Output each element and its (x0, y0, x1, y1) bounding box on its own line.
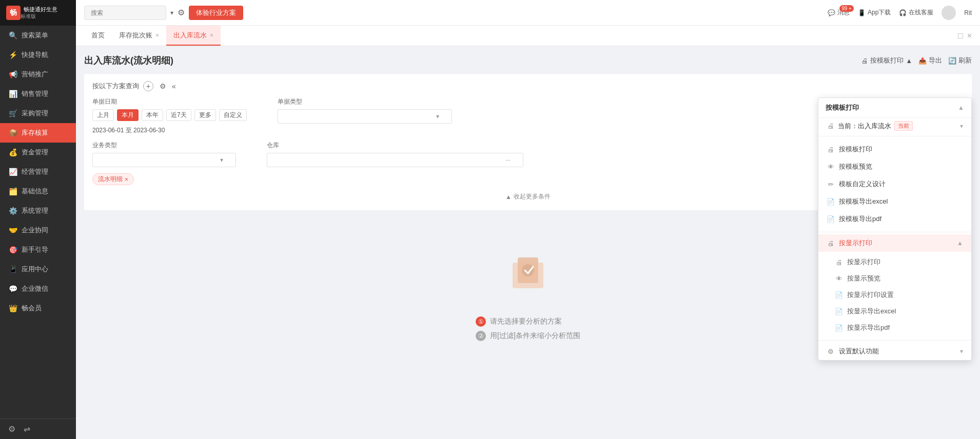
sidebar-icon-cooperation: 🤝 (8, 226, 17, 235)
business-dropdown-icon: ▾ (220, 156, 223, 164)
dp-header-left: 🖨 按显示打印 (827, 238, 872, 248)
export-icon: 📤 (918, 57, 927, 65)
current-expand-arrow[interactable]: ▾ (960, 123, 963, 130)
dp-preview-label: 按显示预览 (847, 274, 880, 283)
print-dropdown-btn[interactable]: 🖨 按模板打印 ▲ (861, 56, 912, 65)
sidebar-item-operations[interactable]: 📈 经营管理 (0, 162, 76, 182)
search-dropdown-btn[interactable]: ▾ (170, 9, 173, 16)
dp-print-icon: 🖨 (835, 258, 843, 266)
sidebar-item-search[interactable]: 🔍 搜索菜单 (0, 26, 76, 45)
template-customize-btn[interactable]: ✏ 模板自定义设计 (818, 175, 971, 193)
date-btn-custom[interactable]: 自定义 (219, 109, 247, 121)
tabs-right: □ × (958, 31, 972, 41)
display-print-section-header[interactable]: 🖨 按显示打印 ▲ (818, 234, 971, 252)
avatar[interactable] (942, 6, 956, 20)
sidebar-item-member[interactable]: 👑 畅会员 (0, 298, 76, 318)
default-function-header[interactable]: ⚙ 设置默认功能 ▾ (818, 343, 971, 360)
tag-close-icon[interactable]: × (125, 176, 128, 183)
app-download-btn[interactable]: 📱 App下载 (858, 8, 891, 17)
filter-tag-item[interactable]: 流水明细 × (92, 173, 134, 185)
sidebar-item-apps[interactable]: 📱 应用中心 (0, 260, 76, 279)
df-arrow[interactable]: ▾ (960, 348, 963, 355)
sidebar-label-search: 搜索菜单 (22, 31, 48, 40)
sidebar-label-cooperation: 企业协同 (22, 226, 48, 235)
sidebar-item-sales[interactable]: 📊 销售管理 (0, 84, 76, 104)
business-type-select[interactable]: ▾ (92, 153, 236, 167)
tab-label-home: 首页 (91, 31, 105, 40)
tab-close-inventory-batch[interactable]: × (155, 32, 159, 39)
dp-expand-arrow[interactable]: ▲ (957, 240, 963, 247)
tab-inventory-batch[interactable]: 库存批次账× (112, 26, 166, 46)
sidebar-item-inventory[interactable]: 📦 库存核算 (0, 123, 76, 143)
sidebar-icon-operations: 📈 (8, 167, 17, 176)
warehouse-more-icon[interactable]: ··· (505, 156, 511, 164)
sidebar-icon-system: ⚙️ (8, 206, 17, 215)
sidebar-icon-marketing: 📢 (8, 70, 17, 79)
sidebar-icon-apps: 📱 (8, 265, 17, 274)
display-export-pdf-btn[interactable]: 📄 按显示导出pdf (818, 320, 971, 336)
tp-preview-icon: 👁 (827, 163, 835, 171)
display-preview-btn[interactable]: 👁 按显示预览 (818, 270, 971, 287)
date-btn-more[interactable]: 更多 (194, 109, 216, 121)
filter-header: 按以下方案查询 + ⚙ « (92, 81, 964, 91)
date-range-label: 2023-06-01 至 2023-06-30 (92, 126, 247, 135)
collapse-icon[interactable]: ⇌ (24, 424, 30, 434)
filter-settings-btn[interactable]: ⚙ (158, 81, 168, 91)
dp-settings-label: 按显示打印设置 (847, 290, 894, 300)
date-btn-this_month[interactable]: 本月 (117, 109, 139, 121)
tab-inout-flow[interactable]: 出入库流水× (166, 26, 221, 46)
template-preview-btn[interactable]: 👁 按模板预览 (818, 158, 971, 175)
date-btn-last7[interactable]: 近7天 (166, 109, 191, 121)
display-print-settings-btn[interactable]: 📄 按显示打印设置 (818, 287, 971, 303)
refresh-btn[interactable]: 🔄 刷新 (948, 56, 972, 65)
sidebar-item-marketing[interactable]: 📢 营销推广 (0, 65, 76, 84)
filter-collapse-sidebar-btn[interactable]: « (172, 82, 176, 90)
sidebar-item-finance[interactable]: 💰 资金管理 (0, 143, 76, 162)
doctype-select[interactable]: ▾ (278, 109, 452, 124)
template-export-excel-btn[interactable]: 📄 按模板导出excel (818, 193, 971, 210)
export-btn[interactable]: 📤 导出 (918, 56, 942, 65)
current-indicator-left: 🖨 当前：出入库流水 当前 (827, 121, 913, 131)
collapse-up-icon: ▲ (505, 193, 512, 201)
sidebar-icon-purchase: 🛒 (8, 109, 17, 118)
doctype-dropdown-icon: ▾ (436, 113, 439, 120)
sidebar-label-purchase: 采购管理 (22, 109, 48, 118)
sidebar-item-wechat[interactable]: 💬 企业微信 (0, 279, 76, 298)
industry-btn[interactable]: 体验行业方案 (189, 6, 243, 20)
date-btn-last_month[interactable]: 上月 (92, 109, 114, 121)
search-input[interactable] (84, 6, 166, 20)
template-print-btn[interactable]: 🖨 按模板打印 (818, 141, 971, 158)
sidebar-item-purchase[interactable]: 🛒 采购管理 (0, 104, 76, 123)
warehouse-select[interactable]: ··· (267, 153, 523, 167)
sidebar-item-guide[interactable]: 🎯 新手引导 (0, 240, 76, 260)
sidebar-logo-text: 畅捷通好生意 标准版 (21, 6, 57, 20)
sidebar-label-apps: 应用中心 (22, 265, 48, 274)
df-icon: ⚙ (827, 347, 835, 355)
close-window-btn[interactable]: × (967, 31, 972, 41)
display-export-excel-btn[interactable]: 📄 按显示导出excel (818, 303, 971, 320)
template-export-pdf-btn[interactable]: 📄 按模板导出pdf (818, 210, 971, 228)
display-print-btn[interactable]: 🖨 按显示打印 (818, 254, 971, 270)
tag-label: 流水明细 (98, 175, 123, 184)
maximize-btn[interactable]: □ (958, 31, 963, 41)
topbar-gear-icon[interactable]: ⚙ (178, 8, 185, 17)
tab-home[interactable]: 首页 (84, 26, 112, 46)
settings-icon[interactable]: ⚙ (8, 424, 15, 434)
sidebar-item-cooperation[interactable]: 🤝 企业协同 (0, 221, 76, 240)
sidebar-item-base[interactable]: 🗂️ 基础信息 (0, 182, 76, 201)
notification-btn[interactable]: 💬 消息 99 + (828, 8, 850, 17)
sidebar-label-marketing: 营销推广 (22, 70, 48, 79)
df-header-left: ⚙ 设置默认功能 (827, 347, 879, 356)
page-top-actions: 🖨 按模板打印 ▲ 📤 导出 🔄 刷新 (861, 56, 972, 65)
scroll-up-arrow[interactable]: ▲ (958, 104, 964, 111)
sidebar-item-quicknav[interactable]: ⚡ 快捷导航 (0, 45, 76, 65)
dp-pdf-label: 按显示导出pdf (847, 323, 890, 332)
username-label[interactable]: Rit (964, 9, 972, 16)
tp-print-label: 按模板打印 (839, 145, 872, 154)
date-btn-this_year[interactable]: 本年 (142, 109, 163, 121)
filter-add-btn[interactable]: + (143, 81, 153, 91)
online-service-btn[interactable]: 🎧 在线客服 (899, 8, 933, 17)
current-label: 当前：出入库流水 (838, 122, 891, 131)
sidebar-item-system[interactable]: ⚙️ 系统管理 (0, 201, 76, 221)
tab-close-inout-flow[interactable]: × (210, 32, 213, 39)
